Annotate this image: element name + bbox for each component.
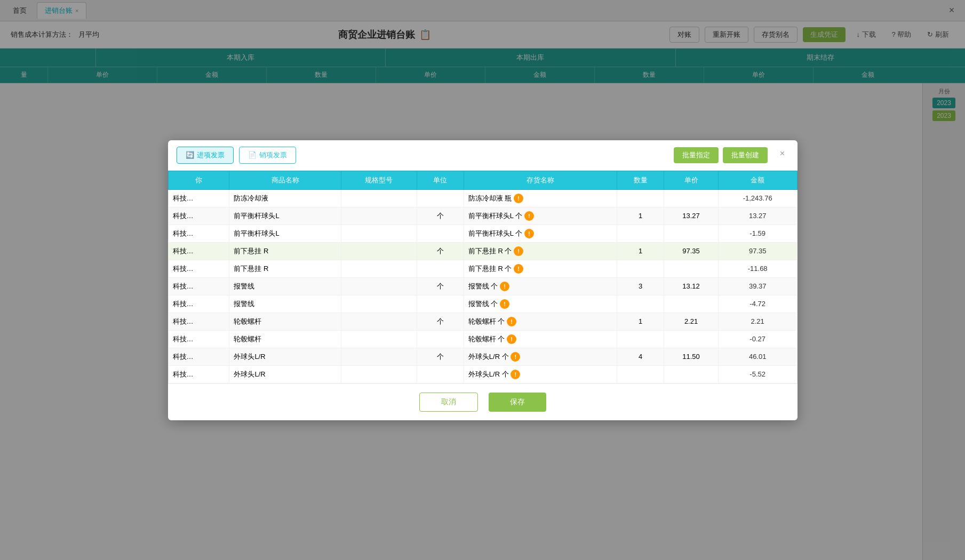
table-row: 科技… 前平衡杆球头L 前平衡杆球头L 个 ! -1.59 bbox=[168, 225, 797, 242]
cell-price: 13.27 bbox=[664, 207, 719, 225]
cell-amount: -1.59 bbox=[718, 225, 797, 242]
cell-amount: 46.01 bbox=[718, 348, 797, 365]
warn-icon[interactable]: ! bbox=[514, 264, 523, 274]
cell-price bbox=[664, 189, 719, 207]
modal-table: 你 商品名称 规格型号 单位 存货名称 数量 单价 金额 科技… 防冻冷却液 防… bbox=[168, 171, 797, 383]
cell-stock: 前平衡杆球头L 个 ! bbox=[464, 207, 617, 225]
cell-company: 科技… bbox=[168, 207, 229, 225]
cell-product: 外球头L/R bbox=[229, 365, 341, 383]
save-button[interactable]: 保存 bbox=[489, 393, 546, 412]
cell-qty bbox=[617, 295, 664, 313]
modal-overlay: 🔄 进项发票 📄 销项发票 批量指定 批量创建 × 你 商品名称 规格型 bbox=[0, 0, 965, 560]
cell-unit bbox=[417, 295, 464, 313]
cell-company: 科技… bbox=[168, 277, 229, 295]
cell-stock: 防冻冷却液 瓶 ! bbox=[464, 189, 617, 207]
cell-product: 前平衡杆球头L bbox=[229, 225, 341, 242]
cell-product: 报警线 bbox=[229, 295, 341, 313]
incoming-tab-label: 进项发票 bbox=[197, 150, 225, 160]
cell-company: 科技… bbox=[168, 189, 229, 207]
batch-assign-button[interactable]: 批量指定 bbox=[674, 147, 719, 163]
table-row: 科技… 外球头L/R 外球头L/R 个 ! -5.52 bbox=[168, 365, 797, 383]
tab-outgoing-invoice[interactable]: 📄 销项发票 bbox=[239, 147, 296, 164]
cell-company: 科技… bbox=[168, 242, 229, 260]
cell-price: 97.35 bbox=[664, 242, 719, 260]
modal-header-right: 批量指定 批量创建 × bbox=[674, 147, 789, 163]
cell-company: 科技… bbox=[168, 348, 229, 365]
batch-create-button[interactable]: 批量创建 bbox=[723, 147, 768, 163]
cell-company: 科技… bbox=[168, 313, 229, 330]
cell-company: 科技… bbox=[168, 365, 229, 383]
cell-unit: 个 bbox=[417, 313, 464, 330]
th-unit: 单位 bbox=[417, 171, 464, 189]
cell-stock: 外球头L/R 个 ! bbox=[464, 365, 617, 383]
cell-price bbox=[664, 365, 719, 383]
cell-product: 前下悬挂 R bbox=[229, 242, 341, 260]
warn-icon[interactable]: ! bbox=[524, 229, 534, 238]
th-amount: 金额 bbox=[718, 171, 797, 189]
cell-amount: -4.72 bbox=[718, 295, 797, 313]
cell-spec bbox=[341, 330, 417, 348]
table-row: 科技… 报警线 个 报警线 个 ! 3 13.12 39.37 bbox=[168, 277, 797, 295]
invoice-table: 你 商品名称 规格型号 单位 存货名称 数量 单价 金额 科技… 防冻冷却液 防… bbox=[168, 171, 797, 383]
th-spec: 规格型号 bbox=[341, 171, 417, 189]
cell-spec bbox=[341, 260, 417, 277]
cell-company: 科技… bbox=[168, 225, 229, 242]
cell-price bbox=[664, 225, 719, 242]
cell-qty: 1 bbox=[617, 207, 664, 225]
warn-icon[interactable]: ! bbox=[511, 352, 520, 362]
warn-icon[interactable]: ! bbox=[514, 246, 523, 256]
cell-company: 科技… bbox=[168, 260, 229, 277]
tab-incoming-invoice[interactable]: 🔄 进项发票 bbox=[177, 147, 234, 164]
cell-stock: 前平衡杆球头L 个 ! bbox=[464, 225, 617, 242]
cell-unit bbox=[417, 189, 464, 207]
warn-icon[interactable]: ! bbox=[500, 299, 509, 309]
cell-spec bbox=[341, 313, 417, 330]
cell-price: 13.12 bbox=[664, 277, 719, 295]
cell-spec bbox=[341, 277, 417, 295]
warn-icon[interactable]: ! bbox=[507, 317, 516, 326]
table-row: 科技… 前下悬挂 R 个 前下悬挂 R 个 ! 1 97.35 97.35 bbox=[168, 242, 797, 260]
warn-icon[interactable]: ! bbox=[511, 370, 520, 379]
cell-spec bbox=[341, 365, 417, 383]
warn-icon[interactable]: ! bbox=[514, 194, 523, 203]
cell-spec bbox=[341, 295, 417, 313]
cell-stock: 前下悬挂 R 个 ! bbox=[464, 260, 617, 277]
th-qty: 数量 bbox=[617, 171, 664, 189]
table-header-row: 你 商品名称 规格型号 单位 存货名称 数量 单价 金额 bbox=[168, 171, 797, 189]
cell-stock: 报警线 个 ! bbox=[464, 295, 617, 313]
cell-unit: 个 bbox=[417, 348, 464, 365]
cell-qty bbox=[617, 225, 664, 242]
cell-qty bbox=[617, 365, 664, 383]
cell-unit: 个 bbox=[417, 242, 464, 260]
cell-qty bbox=[617, 260, 664, 277]
table-row: 科技… 轮毂螺杆 轮毂螺杆 个 ! -0.27 bbox=[168, 330, 797, 348]
cell-amount: 97.35 bbox=[718, 242, 797, 260]
modal-close-button[interactable]: × bbox=[776, 147, 789, 160]
cell-spec bbox=[341, 225, 417, 242]
cell-spec bbox=[341, 207, 417, 225]
cancel-button[interactable]: 取消 bbox=[419, 393, 478, 412]
cell-product: 外球头L/R bbox=[229, 348, 341, 365]
cell-product: 前下悬挂 R bbox=[229, 260, 341, 277]
table-row: 科技… 报警线 报警线 个 ! -4.72 bbox=[168, 295, 797, 313]
cell-amount: -0.27 bbox=[718, 330, 797, 348]
cell-price: 11.50 bbox=[664, 348, 719, 365]
cell-amount: -1,243.76 bbox=[718, 189, 797, 207]
modal-footer: 取消 保存 bbox=[168, 383, 797, 420]
cell-price bbox=[664, 260, 719, 277]
cell-spec bbox=[341, 242, 417, 260]
table-row: 科技… 前平衡杆球头L 个 前平衡杆球头L 个 ! 1 13.27 13.27 bbox=[168, 207, 797, 225]
warn-icon[interactable]: ! bbox=[524, 211, 534, 221]
warn-icon[interactable]: ! bbox=[500, 282, 509, 291]
incoming-tab-icon: 🔄 bbox=[186, 151, 194, 159]
cell-unit bbox=[417, 225, 464, 242]
cell-qty: 1 bbox=[617, 313, 664, 330]
warn-icon[interactable]: ! bbox=[507, 334, 516, 344]
cell-unit bbox=[417, 260, 464, 277]
cell-qty bbox=[617, 330, 664, 348]
cell-product: 前平衡杆球头L bbox=[229, 207, 341, 225]
cell-stock: 前下悬挂 R 个 ! bbox=[464, 242, 617, 260]
cell-price bbox=[664, 295, 719, 313]
cell-stock: 轮毂螺杆 个 ! bbox=[464, 313, 617, 330]
cell-price bbox=[664, 330, 719, 348]
